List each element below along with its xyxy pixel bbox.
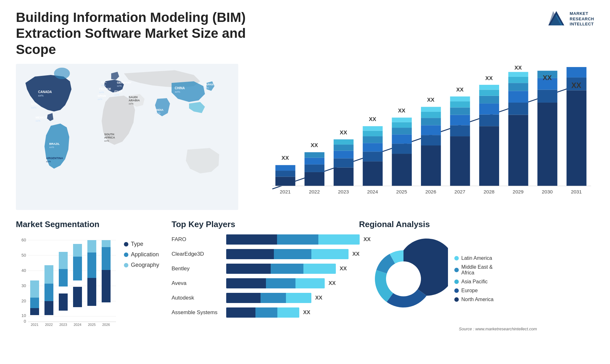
svg-rect-151: [102, 270, 111, 302]
key-players-section: Top Key Players FARO XX ClearEdge3D: [172, 219, 349, 331]
svg-rect-85: [450, 101, 470, 107]
svg-rect-39: [275, 177, 295, 186]
reg-label-europe: Europe: [461, 288, 478, 293]
svg-rect-84: [450, 108, 470, 115]
svg-rect-44: [304, 172, 324, 186]
donut-chart-svg: [359, 234, 448, 323]
svg-rect-131: [30, 308, 39, 315]
svg-rect-59: [363, 143, 383, 152]
svg-rect-67: [392, 134, 412, 144]
player-row-faro: FARO XX: [172, 234, 349, 245]
svg-rect-132: [30, 298, 39, 308]
player-row-autodesk: Autodesk XX: [172, 293, 349, 303]
svg-text:XX: XX: [485, 75, 493, 81]
svg-rect-106: [538, 90, 558, 103]
top-row: CANADA xx% U.S. xx% MEXICO xx% BRAZIL xx…: [16, 64, 594, 210]
application-dot: [124, 253, 128, 257]
svg-text:INDIA: INDIA: [156, 108, 164, 111]
svg-text:XX: XX: [311, 142, 318, 148]
player-name-aveva: Aveva: [172, 280, 222, 286]
growth-chart-section: 2021 XX 2022 XX 2023 XX: [248, 64, 594, 210]
svg-text:2023: 2023: [59, 323, 67, 327]
svg-rect-76: [421, 118, 441, 125]
svg-rect-100: [508, 83, 528, 91]
player-name-faro: FARO: [172, 236, 222, 243]
bottom-row: Market Segmentation 60 50 40 30 20 10 0: [16, 219, 594, 331]
svg-rect-143: [73, 287, 82, 307]
player-value-autodesk: XX: [315, 295, 322, 301]
svg-rect-51: [334, 158, 354, 168]
svg-rect-62: [363, 126, 383, 131]
svg-rect-149: [87, 240, 96, 253]
svg-rect-68: [392, 128, 412, 134]
svg-rect-66: [392, 144, 412, 154]
svg-text:xx%: xx%: [31, 106, 37, 109]
svg-point-4: [54, 68, 70, 79]
regional-legend: Latin America Middle East &Africa Asia P…: [454, 255, 493, 302]
svg-text:XX: XX: [456, 86, 464, 93]
svg-text:xx%: xx%: [99, 91, 104, 94]
svg-text:40: 40: [22, 268, 26, 273]
world-map-svg: CANADA xx% U.S. xx% MEXICO xx% BRAZIL xx…: [16, 64, 238, 210]
player-bar-autodesk: XX: [226, 293, 349, 303]
player-value-aveva: XX: [329, 280, 336, 286]
svg-text:xx%: xx%: [156, 112, 160, 115]
svg-rect-92: [479, 96, 499, 104]
reg-dot-na: [454, 297, 459, 302]
svg-text:FRANCE: FRANCE: [99, 87, 111, 91]
svg-rect-101: [508, 77, 528, 83]
svg-text:2024: 2024: [74, 323, 81, 327]
svg-point-155: [386, 261, 421, 296]
svg-text:XX: XX: [281, 155, 289, 161]
svg-rect-58: [363, 152, 383, 161]
reg-label-mea: Middle East &Africa: [461, 264, 493, 276]
svg-text:2026: 2026: [102, 323, 110, 327]
svg-text:60: 60: [22, 238, 26, 242]
player-value-clearedge: XX: [352, 251, 360, 257]
svg-text:XX: XX: [514, 64, 522, 71]
svg-text:CHINA: CHINA: [175, 86, 185, 90]
reg-dot-europe: [454, 288, 459, 293]
svg-rect-57: [363, 161, 383, 186]
svg-rect-69: [392, 122, 412, 128]
svg-text:SPAIN: SPAIN: [98, 94, 106, 98]
header: Building Information Modeling (BIM) Extr…: [16, 10, 594, 57]
svg-text:xx%: xx%: [117, 84, 122, 87]
segmentation-title: Market Segmentation: [16, 219, 162, 229]
player-value-assemble: XX: [303, 309, 310, 316]
svg-rect-110: [566, 91, 586, 186]
logo-area: Market Research Intellect: [547, 10, 594, 29]
svg-rect-78: [421, 107, 441, 112]
map-section: CANADA xx% U.S. xx% MEXICO xx% BRAZIL xx…: [16, 64, 238, 210]
svg-text:50: 50: [22, 253, 26, 258]
seg-legend: Type Application Geography: [124, 241, 159, 268]
svg-text:2023: 2023: [338, 189, 349, 195]
svg-rect-91: [479, 104, 499, 115]
svg-rect-148: [87, 253, 96, 278]
key-players-title: Top Key Players: [172, 219, 349, 229]
svg-rect-65: [392, 154, 412, 186]
svg-rect-81: [450, 136, 470, 186]
svg-text:XX: XX: [572, 81, 581, 90]
svg-rect-137: [44, 265, 53, 284]
svg-rect-45: [304, 165, 324, 172]
source-text: Source : www.marketresearchintellect.com: [359, 327, 537, 331]
svg-text:SAUDI: SAUDI: [129, 96, 138, 99]
player-name-clearedge: ClearEdge3D: [172, 251, 222, 257]
svg-text:CANADA: CANADA: [38, 90, 52, 94]
geography-label: Geography: [131, 262, 159, 268]
svg-text:2030: 2030: [542, 189, 552, 195]
legend-application: Application: [124, 251, 159, 258]
reg-latin-america: Latin America: [454, 255, 493, 261]
svg-rect-144: [73, 257, 82, 280]
svg-text:xx%: xx%: [101, 84, 106, 87]
reg-label-latin: Latin America: [461, 255, 492, 261]
svg-text:MEXICO: MEXICO: [36, 116, 47, 119]
player-bar-clearedge: XX: [226, 249, 360, 259]
reg-dot-latin: [454, 256, 459, 260]
svg-text:GERMANY: GERMANY: [117, 81, 132, 84]
svg-rect-98: [508, 103, 528, 115]
svg-text:0: 0: [24, 319, 26, 324]
svg-rect-53: [334, 145, 354, 151]
type-dot: [124, 242, 128, 246]
